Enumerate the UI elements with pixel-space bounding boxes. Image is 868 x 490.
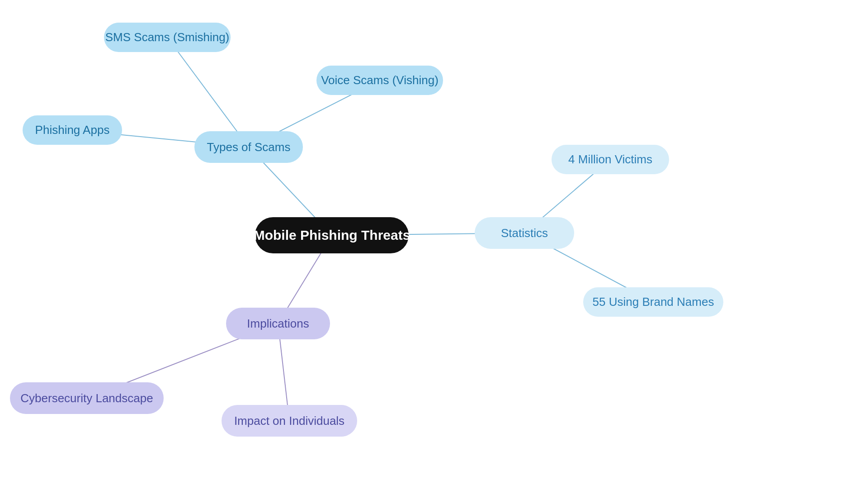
million-label: 4 Million Victims: [568, 152, 652, 167]
svg-line-1: [167, 38, 249, 147]
cyber-label: Cybersecurity Landscape: [20, 391, 153, 405]
types-label: Types of Scams: [207, 140, 291, 154]
stats-label: Statistics: [501, 226, 548, 240]
implications-node[interactable]: Implications: [226, 308, 330, 339]
sms-label: SMS Scams (Smishing): [105, 30, 230, 44]
million-victims-node[interactable]: 4 Million Victims: [552, 145, 669, 174]
cybersecurity-node[interactable]: Cybersecurity Landscape: [10, 382, 164, 414]
implications-label: Implications: [247, 317, 309, 331]
impact-label: Impact on Individuals: [234, 414, 344, 428]
phishing-apps-node[interactable]: Phishing Apps: [23, 115, 122, 145]
statistics-node[interactable]: Statistics: [475, 217, 574, 249]
brand-label: 55 Using Brand Names: [593, 295, 714, 309]
voice-scams-node[interactable]: Voice Scams (Vishing): [316, 66, 443, 95]
center-node[interactable]: Mobile Phishing Threats: [255, 217, 409, 253]
phishing-label: Phishing Apps: [35, 123, 110, 137]
sms-scams-node[interactable]: SMS Scams (Smishing): [104, 23, 231, 52]
types-of-scams-node[interactable]: Types of Scams: [194, 131, 303, 163]
impact-individuals-node[interactable]: Impact on Individuals: [222, 405, 357, 437]
brand-names-node[interactable]: 55 Using Brand Names: [583, 287, 723, 317]
voice-label: Voice Scams (Vishing): [321, 73, 439, 87]
center-label: Mobile Phishing Threats: [254, 228, 410, 243]
